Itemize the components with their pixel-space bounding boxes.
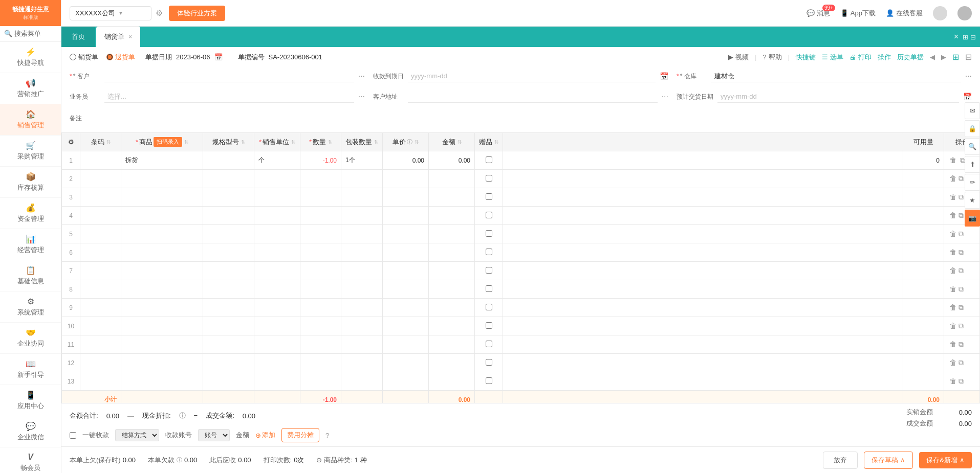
print-btn[interactable]: 🖨 打印 <box>850 53 872 62</box>
delete-row-button[interactable]: 🗑 <box>948 229 957 239</box>
gift-checkbox[interactable] <box>486 377 492 384</box>
save-new-button[interactable]: 保存&新增 ∧ <box>919 452 972 468</box>
copy-row-button[interactable]: ⧉ <box>957 210 965 221</box>
scan-button[interactable]: 扫码录入 <box>154 137 182 147</box>
nav-next-icon[interactable]: ▶ <box>941 53 946 61</box>
radio-return-input[interactable] <box>106 54 113 60</box>
expected-date-input[interactable] <box>717 91 959 103</box>
delete-row-button[interactable]: 🗑 <box>948 173 957 184</box>
gift-sort-icon[interactable]: ⇅ <box>494 139 498 145</box>
sidebar-item-sales[interactable]: 🏠 销售管理 <box>0 104 61 136</box>
sidebar-item-operation[interactable]: 📊 经营管理 <box>0 229 61 260</box>
radio-sale[interactable]: 销货单 <box>70 53 98 62</box>
float-message-btn[interactable]: ✉ <box>965 102 980 119</box>
barcode-sort-icon[interactable]: ⇅ <box>106 139 111 145</box>
abandon-button[interactable]: 放弃 <box>823 452 858 469</box>
nav-prev-icon[interactable]: ◀ <box>930 53 935 61</box>
copy-row-button[interactable]: ⧉ <box>957 357 965 368</box>
copy-row-button[interactable]: ⧉ <box>957 284 965 295</box>
delete-row-button[interactable]: 🗑 <box>948 376 957 386</box>
account-select[interactable]: 账号 <box>198 429 230 441</box>
row-spec[interactable] <box>203 151 254 170</box>
gift-checkbox[interactable] <box>486 156 492 163</box>
row-qty[interactable]: -1.00 <box>300 151 341 170</box>
warehouse-input[interactable] <box>711 70 961 82</box>
sidebar-item-basic[interactable]: 📋 基础信息 <box>0 260 61 291</box>
pkg-sort-icon[interactable]: ⇅ <box>374 139 378 145</box>
expense-button[interactable]: 费用分摊 <box>281 428 319 442</box>
unit-price-sort-icon[interactable]: ⇅ <box>415 139 419 145</box>
one-click-payment-checkbox[interactable] <box>70 432 76 439</box>
message-btn[interactable]: 💬 消息 99+ <box>807 9 830 18</box>
delete-row-button[interactable]: 🗑 <box>948 265 957 276</box>
customer-addr-input[interactable] <box>408 91 658 103</box>
remarks-input[interactable] <box>104 112 411 124</box>
payment-calendar-icon[interactable]: 📅 <box>660 72 668 80</box>
company-selector[interactable]: XXXXXX公司 ▼ <box>70 6 151 20</box>
row-gift[interactable] <box>475 151 503 170</box>
delete-row-button[interactable]: 🗑 <box>948 339 957 349</box>
operate-btn[interactable]: 操作 <box>878 53 891 62</box>
float-star-btn[interactable]: ★ <box>965 192 980 209</box>
copy-row-button[interactable]: ⧉ <box>957 339 965 350</box>
video-btn[interactable]: ▶ 视频 <box>728 53 749 62</box>
gift-checkbox[interactable] <box>486 175 492 182</box>
unit-sort-icon[interactable]: ⇅ <box>291 139 295 145</box>
customer-dots-icon[interactable]: ··· <box>358 72 365 81</box>
delete-row-button[interactable]: 🗑 <box>948 284 957 294</box>
row-unit-price[interactable]: 0.00 <box>383 151 429 170</box>
tab-home[interactable]: 首页 <box>61 27 95 47</box>
float-edit-btn[interactable]: ✏ <box>965 174 980 191</box>
qty-sort-icon[interactable]: ⇅ <box>328 139 332 145</box>
delete-row-button[interactable]: 🗑 <box>948 357 957 368</box>
radio-sale-input[interactable] <box>70 54 76 60</box>
sidebar-item-purchase[interactable]: 🛒 采购管理 <box>0 136 61 167</box>
delete-row-button[interactable]: 🗑 <box>948 302 957 312</box>
trial-button[interactable]: 体验行业方案 <box>169 6 225 21</box>
select-btn[interactable]: ☰ 选单 <box>822 53 843 62</box>
delete-row-button[interactable]: 🗑 <box>948 155 957 165</box>
copy-row-button[interactable]: ⧉ <box>957 302 965 313</box>
delete-row-button[interactable]: 🗑 <box>948 321 957 331</box>
settings-gear-icon[interactable]: ⚙ <box>156 8 163 18</box>
copy-row-button[interactable]: ⧉ <box>957 192 965 202</box>
row-amount[interactable]: 0.00 <box>429 151 475 170</box>
gift-checkbox[interactable] <box>486 322 492 329</box>
sidebar-item-marketing[interactable]: 📢 营销推广 <box>0 73 61 104</box>
sidebar-item-finance[interactable]: 💰 资金管理 <box>0 198 61 229</box>
spec-sort-icon[interactable]: ⇅ <box>241 139 245 145</box>
tab-close-icon[interactable]: × <box>128 33 132 40</box>
gift-checkbox[interactable] <box>486 230 492 237</box>
gift-checkbox[interactable] <box>486 193 492 200</box>
float-search-btn[interactable]: 🔍 <box>965 138 980 155</box>
delete-row-button[interactable]: 🗑 <box>948 247 957 257</box>
row-barcode[interactable] <box>80 151 121 170</box>
sidebar-item-guide[interactable]: 📖 新手引导 <box>0 354 61 385</box>
salesman-input[interactable] <box>104 91 354 103</box>
customer-input[interactable] <box>104 70 354 82</box>
table-gear-icon[interactable]: ⚙ <box>68 138 74 146</box>
sidebar-item-quick-nav[interactable]: ⚡ 快捷导航 <box>0 42 61 73</box>
delete-row-button[interactable]: 🗑 <box>948 192 957 202</box>
copy-row-button[interactable]: ⧉ <box>957 265 965 276</box>
help-btn[interactable]: ? 帮助 <box>763 53 781 62</box>
row-unit[interactable]: 个 <box>254 151 300 170</box>
amount-sort-icon[interactable]: ⇅ <box>458 139 462 145</box>
gift-checkbox[interactable] <box>486 267 492 274</box>
gift-checkbox[interactable] <box>486 304 492 310</box>
warehouse-dots-icon[interactable]: ··· <box>965 72 972 81</box>
user-avatar2[interactable] <box>957 6 972 20</box>
save-draft-button[interactable]: 保存草稿 ∧ <box>864 452 913 469</box>
tabbar-grid1-icon[interactable]: ⊞ <box>963 33 968 41</box>
salesman-dots-icon[interactable]: ··· <box>358 92 365 101</box>
history-btn[interactable]: 历史单据 <box>897 53 924 62</box>
calc-method-select[interactable]: 结算方式 <box>115 429 159 441</box>
shortcut-btn[interactable]: 快捷键 <box>796 53 816 62</box>
float-camera-btn[interactable]: 📷 <box>965 210 980 227</box>
copy-row-button[interactable]: ⧉ <box>957 247 965 258</box>
list-view-icon[interactable]: ⊞ <box>952 52 959 62</box>
app-download-btn[interactable]: 📱 App下载 <box>840 9 876 18</box>
tab-sale-order[interactable]: 销货单 × <box>96 27 140 47</box>
sidebar-item-enterprise[interactable]: 🤝 企业协同 <box>0 323 61 354</box>
copy-row-button[interactable]: ⧉ <box>957 229 965 239</box>
